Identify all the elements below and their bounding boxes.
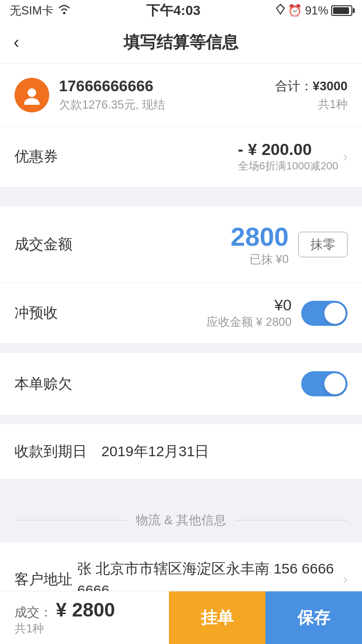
avatar	[14, 78, 49, 112]
location-icon	[276, 4, 285, 17]
pending-button[interactable]: 挂单	[169, 591, 265, 644]
svg-point-0	[63, 12, 65, 14]
content: 17666666666 欠款1276.35元, 现结 合计：¥3000 共1种 …	[0, 64, 362, 644]
customer-phone: 17666666666	[59, 77, 165, 95]
customer-left: 17666666666 欠款1276.35元, 现结	[14, 77, 165, 112]
total-count: 共1种	[275, 97, 348, 112]
customer-row: 17666666666 欠款1276.35元, 现结 合计：¥3000 共1种	[0, 64, 362, 126]
bottom-count: 共1种	[14, 621, 154, 636]
precollect-right: ¥0 应收金额 ¥ 2800	[207, 296, 348, 330]
bottom-left: 成交： ¥ 2800 共1种	[0, 599, 169, 636]
battery-icon	[331, 5, 352, 16]
debt-toggle-knob	[324, 373, 346, 394]
header: ‹ 填写结算等信息	[0, 21, 362, 64]
battery-percent: 91%	[305, 4, 328, 17]
precollect-amount: ¥0	[207, 296, 292, 314]
bottom-summary-line: 成交： ¥ 2800	[14, 599, 154, 621]
duedate-row: 收款到期日 2019年12月31日	[0, 424, 362, 479]
debt-label: 本单赊欠	[14, 374, 72, 394]
status-time: 下午4:03	[146, 1, 200, 20]
svg-point-1	[28, 88, 36, 97]
customer-info: 17666666666 欠款1276.35元, 现结	[59, 77, 165, 112]
divider-3	[0, 489, 362, 498]
save-button[interactable]: 保存	[265, 591, 362, 644]
customer-right: 合计：¥3000 共1种	[275, 78, 348, 112]
precollect-row: 冲预收 ¥0 应收金额 ¥ 2800	[0, 282, 362, 343]
coupon-right: - ¥ 200.00 全场6折满1000减200 ›	[238, 140, 348, 173]
amount-row: 成交金额 2800 已抹 ¥0 抹零	[14, 206, 348, 282]
logistics-divider: 物流 & 其他信息	[0, 498, 362, 542]
sim-status: 无SIM卡	[10, 3, 54, 18]
page-title: 填写结算等信息	[124, 31, 238, 54]
wifi-icon	[57, 4, 71, 17]
precollect-toggle[interactable]	[301, 301, 348, 326]
duedate-value: 2019年12月31日	[101, 442, 209, 462]
divider-2	[0, 343, 362, 353]
amount-right: 2800 已抹 ¥0 抹零	[231, 222, 348, 267]
customer-sub: 欠款1276.35元, 现结	[59, 97, 165, 112]
amount-value: 2800	[231, 222, 289, 252]
divider-1	[0, 196, 362, 206]
logistics-label: 物流 & 其他信息	[136, 512, 226, 529]
debt-row: 本单赊欠	[0, 353, 362, 415]
debt-toggle[interactable]	[301, 371, 348, 396]
status-bar: 无SIM卡 下午4:03 ⏰ 91%	[0, 0, 362, 21]
amount-sub: 已抹 ¥0	[231, 252, 289, 267]
address-chevron: ›	[343, 572, 348, 587]
duedate-label: 收款到期日	[14, 442, 87, 462]
precollect-values: ¥0 应收金额 ¥ 2800	[207, 296, 292, 330]
coupon-amount: - ¥ 200.00	[238, 140, 338, 159]
total-label: 合计：¥3000	[275, 78, 348, 95]
status-right: ⏰ 91%	[276, 4, 352, 17]
coupon-row[interactable]: 优惠券 - ¥ 200.00 全场6折满1000减200 ›	[0, 126, 362, 187]
back-button[interactable]: ‹	[14, 32, 19, 53]
address-label: 客户地址	[14, 570, 77, 589]
precollect-sub: 应收金额 ¥ 2800	[207, 314, 292, 330]
alarm-icon: ⏰	[288, 4, 302, 17]
coupon-desc: 全场6折满1000减200	[238, 159, 338, 173]
bottom-bar: 成交： ¥ 2800 共1种 挂单 保存	[0, 591, 362, 644]
amount-section: 成交金额 2800 已抹 ¥0 抹零	[0, 206, 362, 282]
round-off-button[interactable]: 抹零	[298, 232, 348, 257]
coupon-label: 优惠券	[14, 147, 58, 167]
customer-card: 17666666666 欠款1276.35元, 现结 合计：¥3000 共1种 …	[0, 64, 362, 187]
bottom-amount: ¥ 2800	[56, 599, 115, 620]
amount-label: 成交金额	[14, 235, 72, 254]
coupon-chevron: ›	[343, 149, 348, 165]
bottom-summary-label: 成交：	[14, 605, 52, 619]
precollect-label: 冲预收	[14, 303, 58, 323]
svg-point-2	[24, 98, 40, 105]
status-left: 无SIM卡	[10, 3, 71, 18]
toggle-knob	[324, 303, 346, 324]
